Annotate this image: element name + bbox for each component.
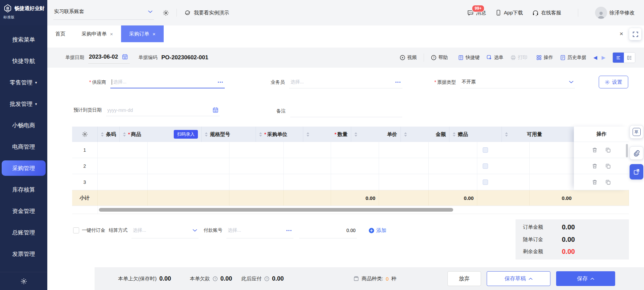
- supplier-lookup-icon[interactable]: •••: [218, 80, 224, 84]
- column-header-spec[interactable]: 规格型号: [202, 127, 256, 142]
- column-header-goods[interactable]: *商品扫码录入: [120, 127, 202, 142]
- sidebar-item-wholesale[interactable]: 批发管理▼: [0, 93, 47, 115]
- delete-row-icon[interactable]: [592, 179, 597, 185]
- eta-date-input[interactable]: yyyy-mm-dd: [106, 107, 220, 116]
- demo-link[interactable]: 我要看实例演示: [184, 9, 229, 16]
- remark-input[interactable]: [290, 107, 402, 117]
- save-button[interactable]: 保存: [556, 271, 615, 286]
- goods-cell[interactable]: [148, 142, 229, 158]
- column-header-amount[interactable]: 金额: [401, 127, 449, 142]
- copy-row-icon[interactable]: [605, 147, 611, 153]
- help-circle-icon[interactable]: [213, 276, 218, 281]
- hotkey-button[interactable]: 快捷键: [458, 55, 480, 61]
- settle-method-select[interactable]: 选择...: [131, 222, 199, 238]
- account-select[interactable]: 实习联系账套: [53, 6, 154, 20]
- sort-icon[interactable]: [404, 132, 407, 137]
- deposit-amount-input[interactable]: 0.00: [299, 222, 357, 238]
- print-button[interactable]: 打印: [511, 55, 527, 61]
- tab-purchase-request[interactable]: 采购申请单×: [73, 25, 121, 42]
- qty-cell[interactable]: [331, 158, 379, 174]
- price-cell[interactable]: [379, 142, 429, 158]
- column-header-unit[interactable]: *采购单位: [256, 127, 303, 142]
- invoice-type-select[interactable]: 不开票: [460, 79, 575, 88]
- barcode-cell[interactable]: [98, 142, 148, 158]
- gift-checkbox[interactable]: [483, 147, 488, 153]
- vertical-scrollbar[interactable]: [626, 144, 628, 157]
- next-doc-icon[interactable]: ▶: [601, 55, 605, 61]
- sidebar-item-quick-nav[interactable]: 快捷导航: [0, 50, 47, 72]
- qty-cell[interactable]: [331, 174, 379, 190]
- sidebar-item-purchase[interactable]: 采购管理: [2, 160, 46, 176]
- salesman-lookup-icon[interactable]: •••: [395, 80, 401, 84]
- column-header-gift[interactable]: 赠品: [449, 127, 502, 142]
- card-view-button[interactable]: [624, 53, 635, 63]
- prev-doc-icon[interactable]: ◀: [593, 55, 597, 61]
- copy-row-icon[interactable]: [605, 163, 611, 169]
- operations-button[interactable]: 操作: [536, 55, 553, 61]
- sidebar-item-invoice[interactable]: 发票管理: [0, 243, 47, 265]
- pay-account-input[interactable]: 选择... •••: [226, 222, 293, 238]
- close-panel-icon[interactable]: ×: [620, 30, 623, 37]
- sort-icon[interactable]: [355, 132, 357, 137]
- supplier-input[interactable]: 选择... •••: [110, 79, 225, 88]
- delete-row-icon[interactable]: [592, 147, 597, 153]
- sort-icon[interactable]: [101, 132, 104, 137]
- add-payment-button[interactable]: 添加: [369, 227, 386, 234]
- sidebar-item-search-menu[interactable]: 搜索菜单: [0, 29, 47, 50]
- sort-icon[interactable]: [205, 132, 208, 137]
- calendar-icon[interactable]: [213, 107, 218, 113]
- gift-checkbox[interactable]: [483, 179, 488, 185]
- sort-icon[interactable]: [505, 132, 508, 137]
- sort-icon[interactable]: [307, 132, 309, 137]
- goods-cell[interactable]: [148, 158, 229, 174]
- discard-button[interactable]: 放弃: [447, 271, 481, 286]
- gift-checkbox[interactable]: [483, 163, 488, 169]
- list-view-button[interactable]: [613, 53, 624, 63]
- sidebar-item-funds[interactable]: 资金管理: [0, 200, 47, 222]
- unit-cell[interactable]: [284, 142, 331, 158]
- sort-icon[interactable]: [259, 132, 262, 137]
- online-service-button[interactable]: 在线客服: [532, 10, 561, 16]
- column-header-price[interactable]: 单价: [351, 127, 401, 142]
- unit-cell[interactable]: [284, 158, 331, 174]
- sidebar-item-xiaochang-ecom[interactable]: 小畅电商: [0, 115, 47, 136]
- sidebar-item-inventory[interactable]: 库存核算: [0, 179, 47, 200]
- pay-account-lookup-icon[interactable]: •••: [286, 228, 292, 232]
- salesman-input[interactable]: 选择... •••: [289, 79, 402, 88]
- account-settings-gear-icon[interactable]: [163, 10, 169, 16]
- expand-float-button[interactable]: [630, 164, 643, 179]
- video-button[interactable]: 视频: [400, 55, 417, 61]
- settings-button[interactable]: 设置: [599, 76, 628, 88]
- amount-cell[interactable]: [429, 174, 477, 190]
- goods-cell[interactable]: [148, 174, 229, 190]
- sort-icon[interactable]: [453, 132, 455, 137]
- tab-home[interactable]: 首页: [47, 25, 73, 42]
- sidebar-item-retail[interactable]: 零售管理▼: [0, 72, 47, 93]
- copy-row-icon[interactable]: [605, 179, 611, 185]
- spec-cell[interactable]: [229, 158, 284, 174]
- sidebar-item-ledger[interactable]: 总账管理: [0, 222, 47, 243]
- draft-float-button[interactable]: 草: [630, 125, 643, 139]
- column-settings-gear-icon[interactable]: [72, 127, 98, 142]
- pick-order-button[interactable]: 选单: [487, 55, 503, 61]
- spec-cell[interactable]: [229, 142, 284, 158]
- attachment-float-button[interactable]: [630, 146, 643, 160]
- close-icon[interactable]: ×: [110, 31, 113, 37]
- user-menu[interactable]: 徐泽华修改: [595, 7, 635, 19]
- sidebar-settings-gear-icon[interactable]: [0, 272, 47, 290]
- column-header-barcode[interactable]: 条码: [98, 127, 120, 142]
- delete-row-icon[interactable]: [592, 163, 597, 169]
- spec-cell[interactable]: [229, 174, 284, 190]
- column-header-qty[interactable]: *数量: [303, 127, 351, 142]
- sidebar-item-ecom[interactable]: 电商管理: [0, 136, 47, 157]
- unit-cell[interactable]: [284, 174, 331, 190]
- fullscreen-button[interactable]: [629, 28, 641, 40]
- barcode-cell[interactable]: [98, 158, 148, 174]
- amount-cell[interactable]: [429, 158, 477, 174]
- calendar-icon[interactable]: [122, 54, 128, 60]
- amount-cell[interactable]: [429, 142, 477, 158]
- save-draft-button[interactable]: 保存草稿: [487, 271, 550, 286]
- sort-icon[interactable]: [123, 132, 126, 137]
- help-button[interactable]: 帮助: [431, 55, 448, 61]
- qty-cell[interactable]: [331, 142, 379, 158]
